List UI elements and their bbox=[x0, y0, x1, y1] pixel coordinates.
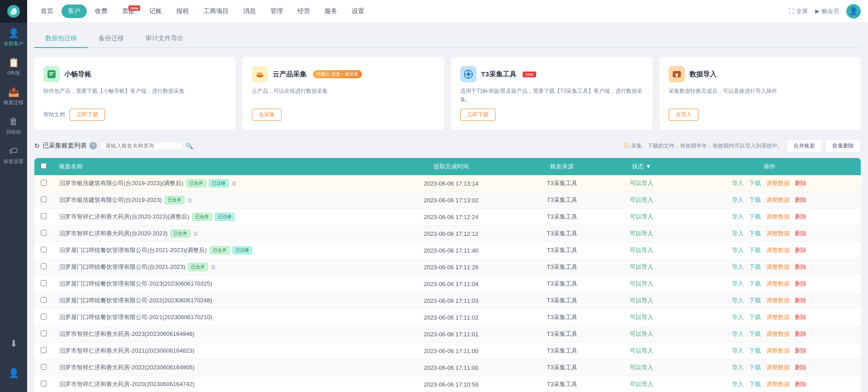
action-导入[interactable]: 导入 bbox=[730, 347, 745, 354]
action-删除[interactable]: 删除 bbox=[793, 364, 808, 371]
refresh-icon[interactable]: ↻ bbox=[34, 142, 40, 149]
sidebar-item-recycle[interactable]: 🗑 回收站 bbox=[0, 111, 27, 140]
action-导入[interactable]: 导入 bbox=[730, 180, 745, 186]
nav-bill[interactable]: 票据 new bbox=[116, 5, 141, 18]
nav-home[interactable]: 首页 bbox=[34, 5, 60, 18]
row-checkbox[interactable] bbox=[41, 297, 47, 303]
action-调整数据[interactable]: 调整数据 bbox=[764, 381, 792, 387]
search-button[interactable]: 🔍 bbox=[182, 143, 197, 149]
action-调整数据[interactable]: 调整数据 bbox=[764, 330, 792, 337]
action-导入[interactable]: 导入 bbox=[730, 230, 745, 237]
row-checkbox[interactable] bbox=[41, 213, 47, 219]
action-调整数据[interactable]: 调整数据 bbox=[764, 196, 792, 203]
user-avatar[interactable]: 👤 bbox=[846, 4, 861, 19]
action-调整数据[interactable]: 调整数据 bbox=[764, 180, 792, 186]
nav-settings[interactable]: 设置 bbox=[345, 5, 371, 18]
action-下载[interactable]: 下载 bbox=[747, 230, 763, 237]
action-下载[interactable]: 下载 bbox=[747, 314, 763, 320]
row-checkbox[interactable] bbox=[41, 230, 47, 236]
action-导入[interactable]: 导入 bbox=[730, 297, 745, 304]
action-导入[interactable]: 导入 bbox=[730, 196, 745, 203]
row-checkbox[interactable] bbox=[41, 280, 47, 286]
nav-message[interactable]: 消息 bbox=[237, 5, 262, 18]
nav-fee[interactable]: 收费 bbox=[89, 5, 114, 18]
nav-business[interactable]: 工商项目 bbox=[197, 5, 235, 18]
file-icon[interactable]: 🗎 bbox=[211, 264, 217, 271]
action-导入[interactable]: 导入 bbox=[730, 364, 745, 371]
action-调整数据[interactable]: 调整数据 bbox=[764, 213, 792, 220]
action-调整数据[interactable]: 调整数据 bbox=[764, 230, 792, 237]
action-删除[interactable]: 删除 bbox=[793, 280, 808, 287]
goto-collect-button[interactable]: 去采集 bbox=[252, 109, 282, 121]
tab-data-migration[interactable]: 数据包迁移 bbox=[34, 30, 88, 48]
batch-delete-button[interactable]: 批量删除 bbox=[826, 139, 861, 153]
action-删除[interactable]: 删除 bbox=[793, 196, 808, 203]
row-checkbox[interactable] bbox=[41, 381, 47, 387]
action-下载[interactable]: 下载 bbox=[747, 196, 763, 203]
action-下载[interactable]: 下载 bbox=[747, 330, 763, 337]
action-删除[interactable]: 删除 bbox=[793, 213, 808, 220]
action-下载[interactable]: 下载 bbox=[747, 364, 763, 371]
action-导入[interactable]: 导入 bbox=[730, 247, 745, 253]
action-下载[interactable]: 下载 bbox=[747, 180, 763, 186]
action-调整数据[interactable]: 调整数据 bbox=[764, 364, 792, 371]
action-下载[interactable]: 下载 bbox=[747, 381, 763, 387]
goto-import-button[interactable]: 去导入 bbox=[669, 109, 698, 121]
member-button[interactable]: ▶ 畅会员 bbox=[815, 7, 839, 15]
action-删除[interactable]: 删除 bbox=[793, 230, 808, 237]
action-调整数据[interactable]: 调整数据 bbox=[764, 297, 792, 304]
row-checkbox[interactable] bbox=[41, 247, 47, 253]
row-checkbox[interactable] bbox=[41, 347, 47, 353]
action-删除[interactable]: 删除 bbox=[793, 347, 808, 354]
nav-client[interactable]: 客户 bbox=[61, 5, 87, 18]
nav-bookkeeping[interactable]: 记账 bbox=[143, 5, 168, 18]
action-删除[interactable]: 删除 bbox=[793, 330, 808, 337]
download-now-button[interactable]: 立即下载 bbox=[70, 109, 105, 121]
sidebar-item-download[interactable]: ⬇ bbox=[0, 329, 27, 358]
row-checkbox[interactable] bbox=[41, 364, 47, 370]
action-调整数据[interactable]: 调整数据 bbox=[764, 263, 792, 270]
action-删除[interactable]: 删除 bbox=[793, 180, 808, 186]
action-调整数据[interactable]: 调整数据 bbox=[764, 347, 792, 354]
nav-service[interactable]: 服务 bbox=[318, 5, 344, 18]
action-调整数据[interactable]: 调整数据 bbox=[764, 247, 792, 253]
action-删除[interactable]: 删除 bbox=[793, 263, 808, 270]
file-icon[interactable]: 🗎 bbox=[193, 230, 199, 237]
sidebar-item-account-migrate[interactable]: 📤 账套迁移 bbox=[0, 81, 27, 111]
file-icon[interactable]: 🗎 bbox=[187, 197, 193, 204]
action-导入[interactable]: 导入 bbox=[730, 314, 745, 320]
nav-tax[interactable]: 报税 bbox=[170, 5, 195, 18]
action-下载[interactable]: 下载 bbox=[747, 297, 763, 304]
action-下载[interactable]: 下载 bbox=[747, 263, 763, 270]
action-下载[interactable]: 下载 bbox=[747, 280, 763, 287]
section-help-icon[interactable]: ? bbox=[90, 142, 97, 149]
row-checkbox[interactable] bbox=[41, 180, 47, 186]
row-checkbox[interactable] bbox=[41, 263, 47, 269]
select-all-checkbox[interactable] bbox=[41, 163, 47, 169]
action-导入[interactable]: 导入 bbox=[730, 330, 745, 337]
action-下载[interactable]: 下载 bbox=[747, 247, 763, 253]
row-checkbox[interactable] bbox=[41, 196, 47, 202]
row-checkbox[interactable] bbox=[41, 314, 47, 320]
col-status-header[interactable]: 状态 ▼ bbox=[605, 158, 678, 175]
tab-backup-migration[interactable]: 备份迁移 bbox=[88, 30, 135, 48]
fullscreen-button[interactable]: ⛶ 全屏 bbox=[788, 7, 808, 15]
action-导入[interactable]: 导入 bbox=[730, 263, 745, 270]
action-导入[interactable]: 导入 bbox=[730, 213, 745, 220]
nav-manage[interactable]: 管理 bbox=[264, 5, 289, 18]
action-下载[interactable]: 下载 bbox=[747, 347, 763, 354]
action-删除[interactable]: 删除 bbox=[793, 247, 808, 253]
action-删除[interactable]: 删除 bbox=[793, 314, 808, 320]
row-checkbox[interactable] bbox=[41, 330, 47, 336]
sidebar-item-all-clients[interactable]: 👤 全部客户 bbox=[0, 23, 27, 52]
sidebar-item-tags[interactable]: 🏷 标签设置 bbox=[0, 140, 27, 170]
action-调整数据[interactable]: 调整数据 bbox=[764, 314, 792, 320]
sidebar-item-user-profile[interactable]: 👤 bbox=[0, 358, 27, 387]
search-input[interactable] bbox=[101, 143, 182, 149]
help-doc-link[interactable]: 帮助文档 bbox=[43, 111, 65, 119]
action-导入[interactable]: 导入 bbox=[730, 381, 745, 387]
file-icon[interactable]: 🗎 bbox=[231, 180, 237, 187]
nav-operation[interactable]: 经营 bbox=[291, 5, 316, 18]
action-下载[interactable]: 下载 bbox=[747, 213, 763, 220]
t3-download-button[interactable]: 立即下载 bbox=[460, 109, 495, 121]
